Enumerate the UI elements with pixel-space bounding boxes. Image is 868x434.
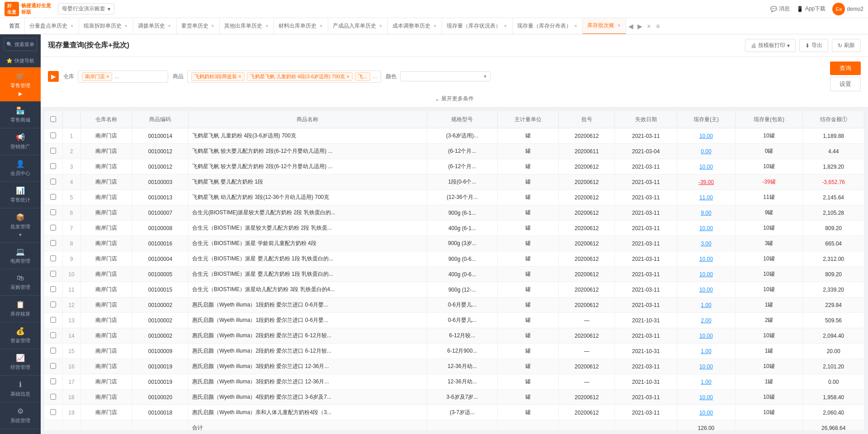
sidebar-item-system[interactable]: ⚙ 系统管理 [0,402,41,429]
sidebar-item-marketing[interactable]: 📢 营销推广 [0,128,41,155]
sidebar-item-base[interactable]: ℹ 基础信息 [0,376,41,402]
filter-toggle-button[interactable]: ▶ [48,71,59,82]
tab-other-outbound[interactable]: 其他出库单历史 × [220,18,274,34]
row-current-qty-pkg: 3罐 [735,236,803,251]
tab-close-icon[interactable]: × [617,23,621,28]
tab-home[interactable]: 首页 [5,18,25,34]
refresh-button[interactable]: ↻ 刷新 [832,39,861,52]
row-checkbox[interactable] [50,409,56,415]
row-checkbox[interactable] [50,378,56,384]
row-checkbox[interactable] [50,332,56,338]
tab-close-icon[interactable]: × [124,23,128,29]
row-balance-amount: 509.56 [803,313,864,328]
tab-batch-voucher[interactable]: 库存批次账 × [583,18,626,34]
row-checkbox[interactable] [50,271,56,277]
row-product-code: 00100015 [132,282,188,297]
row-batch: 20200612 [559,297,615,313]
table-row: 12 南岸门店 00100002 惠氏启颜（Wyeth illuma）1段奶粉 … [44,297,864,313]
row-checkbox[interactable] [50,209,56,215]
row-seq: 11 [62,282,80,297]
row-checkbox[interactable] [50,363,56,369]
row-checkbox[interactable] [50,179,56,184]
tab-inventory-distribution[interactable]: 现存量（库存分布表） × [513,18,583,34]
tab-close-icon[interactable]: × [264,23,269,29]
sidebar-item-ecommerce[interactable]: 💻 电商管理 [0,243,41,269]
app-download-button[interactable]: 📱 App下载 [797,5,826,13]
row-product-name: 合生元（BIOSTIME）派星幼儿配方奶粉 3段 乳铁蛋白的4... [188,282,427,297]
row-product-name: 惠氏启颜（Wyeth illuma）2段奶粉 爱尔兰进口 6-12月较... [188,328,427,344]
warehouse-tag-close-icon[interactable]: × [106,74,109,79]
settings-button[interactable]: 设置 [830,77,861,91]
tab-close-icon[interactable]: × [167,23,172,29]
row-balance-amount: 2,312.00 [803,251,864,267]
product-tag-1-close-icon[interactable]: × [238,74,241,79]
tab-close-all-button[interactable]: × [644,18,653,34]
tab-inventory-status[interactable]: 现存量（库存状况表） × [442,18,513,34]
row-checkbox[interactable] [50,132,56,138]
quick-nav-button[interactable]: ⭐ 快捷导航 [0,55,41,67]
tab-prev-button[interactable]: ◀ [626,18,635,34]
product-filter-container[interactable]: 飞鹤奶粉3段两提装 × 飞鹤星飞帆 儿童奶粉 4段(3-6岁适用) 700克 ×… [187,71,381,83]
row-checkbox[interactable] [50,225,56,231]
row-unit: 罐 [497,144,559,159]
tab-material-outbound[interactable]: 材料出库单历史 × [274,18,328,34]
tab-next-button[interactable]: ▶ [635,18,644,34]
row-checkbox[interactable] [50,255,56,261]
tab-disassembly[interactable]: 组装拆卸单历史 × [79,18,133,34]
app-download-label: App下载 [805,5,826,13]
tab-pickup[interactable]: 调拨单历史 × [133,18,177,34]
color-filter-container[interactable]: ▾ [400,71,491,81]
tab-close-icon[interactable]: × [70,23,74,29]
row-checkbox[interactable] [50,148,56,154]
row-product-code: 00100012 [132,144,188,159]
sidebar-item-retail-mall[interactable]: 🏪 零售商城 [0,102,41,128]
row-checkbox[interactable] [50,194,56,200]
th-checkbox[interactable] [44,111,62,128]
select-all-checkbox[interactable] [50,116,56,122]
row-checkbox[interactable] [50,317,56,323]
warehouse-filter-container[interactable]: 南岸门店 × ... [78,71,168,83]
message-button[interactable]: 💬 消息 [770,5,790,13]
search-menu-button[interactable]: 🔍 搜索菜单 [4,38,37,51]
tab-product-inbound[interactable]: 产成品入库单历史 × [328,18,388,34]
ecommerce-icon: 💻 [16,247,25,256]
tab-cost-adjust[interactable]: 成本调整单历史 × [388,18,442,34]
sidebar-item-wholesale[interactable]: 📦 批发管理 ▾ [0,208,41,243]
row-checkbox[interactable] [50,348,56,354]
row-batch: 20200612 [559,328,615,344]
sidebar-item-retail[interactable]: 🛒 零售管理 ▶ [0,67,41,102]
query-button[interactable]: 查询 [830,61,861,75]
sidebar-item-retail-stats[interactable]: 📊 零售统计 [0,182,41,208]
product-tag-2-close-icon[interactable]: × [346,74,349,79]
tab-close-icon[interactable]: × [319,23,323,29]
sidebar-item-inventory[interactable]: 📋 库存核算 [0,296,41,322]
tab-close-icon[interactable]: × [503,23,508,29]
row-checkbox[interactable] [50,394,56,400]
tab-menu-button[interactable]: ≡ [653,18,662,34]
user-area[interactable]: Ea demo2 [832,3,863,15]
sidebar-item-finance[interactable]: 💰 资金管理 [0,322,41,349]
tab-require-goods[interactable]: 要货单历史 × [177,18,220,34]
tab-close-icon[interactable]: × [211,23,215,29]
tab-split-inventory[interactable]: 分量盘点单历史 × [25,18,79,34]
sidebar-item-purchase[interactable]: 🛍 采购管理 [0,269,41,296]
row-checkbox[interactable] [50,286,56,292]
print-button[interactable]: 🖨 按模板打印 ▾ [745,39,796,52]
breadcrumb-selector[interactable]: 母婴行业演示账套 ▾ [58,3,114,14]
page-header: 现存量查询(按仓库+批次) 🖨 按模板打印 ▾ ⬇ 导出 ↻ 刷新 [41,34,868,57]
sidebar-item-member[interactable]: 👤 会员中心 [0,155,41,182]
tab-close-icon[interactable]: × [378,23,383,29]
row-checkbox[interactable] [50,302,56,307]
table-row: 2 南岸门店 00100012 飞鹤星飞帆 较大婴儿配方奶粉 2段(6-12个月… [44,144,864,159]
tab-close-icon[interactable]: × [433,23,437,29]
tab-close-icon[interactable]: × [574,23,578,29]
expand-more-button[interactable]: ⌄ 展开更多条件 [48,95,861,103]
row-expire: 2021-03-11 [615,328,677,344]
export-button[interactable]: ⬇ 导出 [799,39,828,52]
sidebar-item-operations[interactable]: 📈 经营管理 [0,349,41,376]
row-checkbox[interactable] [50,163,56,169]
th-seq [62,111,80,128]
row-batch: 20200612 [559,128,615,144]
row-checkbox[interactable] [50,240,56,246]
sidebar-item-enterprise[interactable]: 🤝 企业协同 [0,429,41,434]
